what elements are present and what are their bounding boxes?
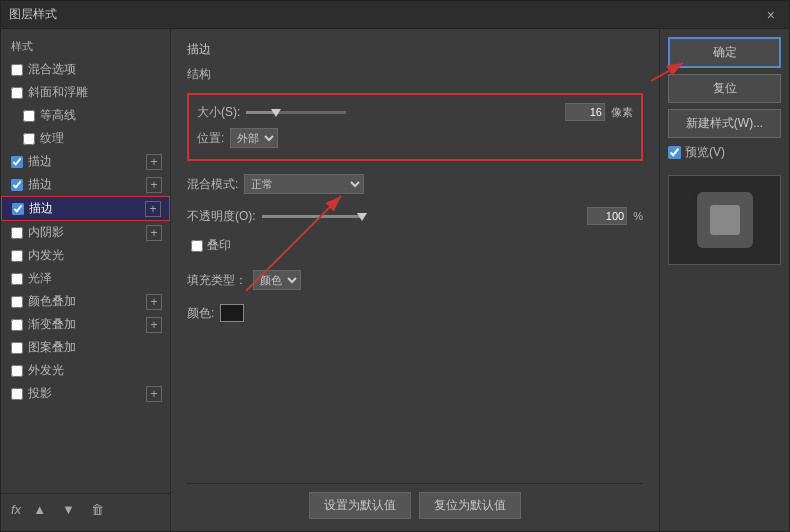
pattern-overlay-checkbox[interactable] bbox=[11, 342, 23, 354]
opacity-label: 不透明度(O): bbox=[187, 208, 256, 225]
sidebar-item-inner-glow[interactable]: 内发光 bbox=[1, 244, 170, 267]
shadow-plus-icon[interactable]: + bbox=[146, 386, 162, 402]
blending-checkbox[interactable] bbox=[11, 64, 23, 76]
shadow-label: 投影 bbox=[28, 385, 146, 402]
sub-section-title: 结构 bbox=[187, 66, 643, 83]
texture-label: 纹理 bbox=[40, 130, 162, 147]
stroke-structure-box: 大小(S): 像素 位置: 外部 内部 bbox=[187, 93, 643, 161]
preview-content bbox=[710, 205, 740, 235]
sidebar-item-shadow[interactable]: 投影 + bbox=[1, 382, 170, 405]
move-up-button[interactable]: ▲ bbox=[29, 500, 50, 519]
fx-label: fx bbox=[11, 502, 21, 517]
gradient-overlay-label: 渐变叠加 bbox=[28, 316, 146, 333]
delete-button[interactable]: 🗑 bbox=[87, 500, 108, 519]
sidebar-item-stroke2[interactable]: 描边 + bbox=[1, 173, 170, 196]
fill-type-label: 填充类型： bbox=[187, 272, 247, 289]
satin-checkbox[interactable] bbox=[11, 273, 23, 285]
opacity-slider-container bbox=[262, 215, 582, 218]
color-row: 颜色: bbox=[187, 302, 643, 324]
opacity-row: 不透明度(O): % bbox=[187, 205, 643, 227]
sidebar-item-inner-shadow[interactable]: 内阴影 + bbox=[1, 221, 170, 244]
overprint-checkbox[interactable] bbox=[191, 240, 203, 252]
stroke3-label: 描边 bbox=[29, 200, 145, 217]
preview-checkbox[interactable] bbox=[668, 146, 681, 159]
stroke1-checkbox[interactable] bbox=[11, 156, 23, 168]
sidebar-item-stroke1[interactable]: 描边 + bbox=[1, 150, 170, 173]
opacity-slider-thumb[interactable] bbox=[357, 213, 367, 221]
stroke2-plus-icon[interactable]: + bbox=[146, 177, 162, 193]
sidebar-item-bevel[interactable]: 斜面和浮雕 bbox=[1, 81, 170, 104]
sidebar-item-pattern-overlay[interactable]: 图案叠加 bbox=[1, 336, 170, 359]
color-overlay-checkbox[interactable] bbox=[11, 296, 23, 308]
opacity-input[interactable] bbox=[587, 207, 627, 225]
overprint-row: 叠印 bbox=[187, 237, 643, 254]
shadow-checkbox[interactable] bbox=[11, 388, 23, 400]
preview-area bbox=[668, 175, 781, 265]
sidebar-item-contour[interactable]: 等高线 bbox=[1, 104, 170, 127]
blend-select[interactable]: 正常 溶解 正片叠底 bbox=[244, 174, 364, 194]
section-title: 描边 bbox=[187, 41, 643, 58]
set-default-button[interactable]: 设置为默认值 bbox=[309, 492, 411, 519]
preview-inner bbox=[697, 192, 753, 248]
color-swatch[interactable] bbox=[220, 304, 244, 322]
sidebar-item-satin[interactable]: 光泽 bbox=[1, 267, 170, 290]
inner-shadow-checkbox[interactable] bbox=[11, 227, 23, 239]
opacity-unit: % bbox=[633, 210, 643, 222]
inner-glow-checkbox[interactable] bbox=[11, 250, 23, 262]
blend-row: 混合模式: 正常 溶解 正片叠底 bbox=[187, 173, 643, 195]
new-style-button[interactable]: 新建样式(W)... bbox=[668, 109, 781, 138]
preview-row: 预览(V) bbox=[668, 144, 781, 161]
stroke3-checkbox[interactable] bbox=[12, 203, 24, 215]
inner-shadow-plus-icon[interactable]: + bbox=[146, 225, 162, 241]
stroke1-plus-icon[interactable]: + bbox=[146, 154, 162, 170]
sidebar-item-color-overlay[interactable]: 颜色叠加 + bbox=[1, 290, 170, 313]
close-button[interactable]: × bbox=[761, 5, 781, 25]
gradient-overlay-checkbox[interactable] bbox=[11, 319, 23, 331]
stroke2-label: 描边 bbox=[28, 176, 146, 193]
bevel-checkbox[interactable] bbox=[11, 87, 23, 99]
contour-checkbox[interactable] bbox=[23, 110, 35, 122]
gradient-overlay-plus-icon[interactable]: + bbox=[146, 317, 162, 333]
move-down-button[interactable]: ▼ bbox=[58, 500, 79, 519]
position-select[interactable]: 外部 内部 居中 bbox=[230, 128, 278, 148]
sidebar-item-blending[interactable]: 混合选项 bbox=[1, 58, 170, 81]
sidebar-item-texture[interactable]: 纹理 bbox=[1, 127, 170, 150]
color-overlay-plus-icon[interactable]: + bbox=[146, 294, 162, 310]
outer-glow-checkbox[interactable] bbox=[11, 365, 23, 377]
styles-label: 样式 bbox=[1, 35, 170, 58]
pattern-overlay-label: 图案叠加 bbox=[28, 339, 162, 356]
color-overlay-label: 颜色叠加 bbox=[28, 293, 146, 310]
overprint-label: 叠印 bbox=[207, 237, 231, 254]
ok-button[interactable]: 确定 bbox=[668, 37, 781, 68]
sidebar-item-gradient-overlay[interactable]: 渐变叠加 + bbox=[1, 313, 170, 336]
position-row: 位置: 外部 内部 居中 bbox=[197, 127, 633, 149]
size-input[interactable] bbox=[565, 103, 605, 121]
sidebar-item-outer-glow[interactable]: 外发光 bbox=[1, 359, 170, 382]
size-label: 大小(S): bbox=[197, 104, 240, 121]
reset-button[interactable]: 复位 bbox=[668, 74, 781, 103]
fill-type-select[interactable]: 颜色 渐变 图案 bbox=[253, 270, 301, 290]
size-slider-thumb[interactable] bbox=[271, 109, 281, 117]
stroke2-checkbox[interactable] bbox=[11, 179, 23, 191]
opacity-slider-track[interactable] bbox=[262, 215, 362, 218]
stroke3-plus-icon[interactable]: + bbox=[145, 201, 161, 217]
texture-checkbox[interactable] bbox=[23, 133, 35, 145]
reset-default-button[interactable]: 复位为默认值 bbox=[419, 492, 521, 519]
bottom-buttons: 设置为默认值 复位为默认值 bbox=[187, 483, 643, 519]
sidebar: 样式 混合选项 斜面和浮雕 等高线 纹理 bbox=[1, 29, 171, 531]
size-row: 大小(S): 像素 bbox=[197, 101, 633, 123]
dialog-layer-style: 图层样式 × 样式 混合选项 斜面和浮雕 等高线 纹理 bbox=[0, 0, 790, 532]
fill-type-row: 填充类型： 颜色 渐变 图案 bbox=[187, 270, 643, 290]
sidebar-item-stroke3[interactable]: 描边 + bbox=[1, 196, 170, 221]
main-panel: 描边 结构 大小(S): 像素 bbox=[171, 29, 659, 531]
color-label: 颜色: bbox=[187, 305, 214, 322]
blend-label: 混合模式: bbox=[187, 176, 238, 193]
stroke1-label: 描边 bbox=[28, 153, 146, 170]
dialog-body: 样式 混合选项 斜面和浮雕 等高线 纹理 bbox=[1, 29, 789, 531]
inner-shadow-label: 内阴影 bbox=[28, 224, 146, 241]
size-slider-container bbox=[246, 111, 559, 114]
title-bar: 图层样式 × bbox=[1, 1, 789, 29]
dialog-title: 图层样式 bbox=[9, 6, 57, 23]
position-label: 位置: bbox=[197, 130, 224, 147]
size-slider-track[interactable] bbox=[246, 111, 346, 114]
